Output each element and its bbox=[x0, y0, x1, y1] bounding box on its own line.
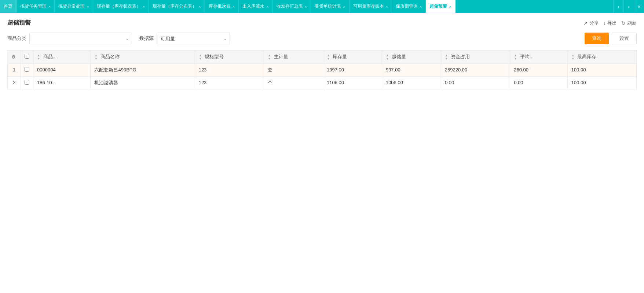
datasource-select-wrapper: 可用量 库存量 ⌄ bbox=[157, 33, 230, 44]
th-capital-label: 资金占用 bbox=[451, 54, 470, 59]
nav-tab-cargo-exception[interactable]: 拣货异常处理 × bbox=[55, 0, 93, 13]
nav-tab-label: 出入库流水 bbox=[242, 3, 264, 10]
nav-tab-inout-flow[interactable]: 出入库流水 × bbox=[239, 0, 272, 13]
td-unit: 个 bbox=[264, 76, 323, 89]
nav-tab-close[interactable]: × bbox=[87, 4, 89, 9]
sort-arrows-icon: ▲▼ bbox=[94, 54, 98, 60]
td-capital: 259220.00 bbox=[441, 63, 510, 76]
nav-tab-label: 超储预警 bbox=[429, 3, 447, 10]
td-unit: 套 bbox=[264, 63, 323, 76]
th-product-code: ▲▼ 商品... bbox=[33, 51, 91, 64]
top-navigation: 首页 拣货任务管理 × 拣货异常处理 × 现存量（库存状况表） × 现存量（库存… bbox=[0, 0, 644, 13]
row-checkbox[interactable] bbox=[25, 80, 29, 85]
sort-arrows-icon: ▲▼ bbox=[386, 54, 389, 60]
nav-tab-close[interactable]: × bbox=[386, 4, 388, 9]
sort-arrows-icon: ▲▼ bbox=[514, 54, 517, 60]
td-avg: 0.00 bbox=[510, 76, 567, 89]
td-spec: 123 bbox=[195, 76, 264, 89]
sort-arrows-icon: ▲▼ bbox=[445, 54, 448, 60]
nav-tab-close[interactable]: × bbox=[143, 4, 145, 9]
nav-tab-quality-check[interactable]: 保质期查询 × bbox=[392, 0, 426, 13]
data-table: ⚙ ▲▼ 商品... ▲▼ 商品名称 ▲▼ 规格型号 ▲▼ bbox=[7, 50, 637, 89]
refresh-action[interactable]: ↻ 刷新 bbox=[621, 20, 637, 26]
nav-tab-label: 现存量（库存分布表） bbox=[153, 3, 197, 10]
th-product-code-label: 商品... bbox=[43, 54, 57, 59]
th-overstock-label: 超储量 bbox=[392, 54, 406, 59]
td-max-inventory: 100.00 bbox=[567, 76, 636, 89]
td-inventory: 1097.00 bbox=[323, 63, 382, 76]
nav-arrows: ‹ › × bbox=[613, 0, 644, 13]
filter-buttons: 查询 设置 bbox=[585, 33, 637, 44]
datasource-filter: 数据源 可用量 库存量 ⌄ bbox=[139, 33, 230, 44]
refresh-label: 刷新 bbox=[627, 20, 637, 26]
nav-tab-close[interactable]: × bbox=[343, 4, 345, 9]
nav-arrow-left[interactable]: ‹ bbox=[613, 0, 623, 13]
th-capital: ▲▼ 资金占用 bbox=[441, 51, 510, 64]
refresh-icon: ↻ bbox=[621, 20, 626, 26]
table-header-row: ⚙ ▲▼ 商品... ▲▼ 商品名称 ▲▼ 规格型号 ▲▼ bbox=[8, 51, 637, 64]
nav-tab-close[interactable]: × bbox=[198, 4, 201, 9]
query-button[interactable]: 查询 bbox=[585, 33, 609, 44]
td-product-name: 机油滤清器 bbox=[91, 76, 195, 89]
nav-tab-close[interactable]: × bbox=[449, 4, 451, 9]
th-max-inventory-label: 最高库存 bbox=[577, 54, 596, 59]
nav-tab-close[interactable]: × bbox=[420, 4, 422, 9]
td-product-name: 六配套新昌490BPG bbox=[91, 63, 195, 76]
th-checkbox bbox=[21, 51, 33, 64]
row-checkbox[interactable] bbox=[25, 67, 29, 72]
nav-tab-label: 拣货异常处理 bbox=[58, 3, 85, 10]
nav-tab-label: 要货单统计表 bbox=[315, 3, 341, 10]
nav-tab-inventory-batch[interactable]: 库存批次账 × bbox=[205, 0, 239, 13]
td-capital: 0.00 bbox=[441, 76, 510, 89]
nav-tab-collect-summary[interactable]: 收发存汇总表 × bbox=[273, 0, 311, 13]
category-label: 商品分类 bbox=[7, 35, 26, 42]
td-max-inventory: 100.00 bbox=[567, 63, 636, 76]
th-max-inventory: ▲▼ 最高库存 bbox=[567, 51, 636, 64]
category-select[interactable] bbox=[29, 33, 132, 44]
nav-tab-close[interactable]: × bbox=[48, 4, 51, 9]
category-select-wrapper: ⌄ bbox=[29, 33, 132, 44]
select-all-checkbox[interactable] bbox=[25, 54, 29, 59]
export-icon: ↓ bbox=[603, 20, 606, 26]
nav-tab-available-account[interactable]: 可用量库存账本 × bbox=[350, 0, 392, 13]
td-inventory: 1106.00 bbox=[323, 76, 382, 89]
share-action[interactable]: ➚ 分享 bbox=[583, 20, 599, 26]
td-row-number: 2 bbox=[8, 76, 21, 89]
td-product-code: 186-10... bbox=[33, 76, 91, 89]
nav-tab-close[interactable]: × bbox=[233, 4, 235, 9]
sort-arrows-icon: ▲▼ bbox=[327, 54, 330, 60]
th-overstock: ▲▼ 超储量 bbox=[382, 51, 441, 64]
td-product-code: 0000004 bbox=[33, 63, 91, 76]
page-container: 超储预警 ➚ 分享 ↓ 导出 ↻ 刷新 商品分类 ⌄ bbox=[0, 13, 644, 293]
category-filter: 商品分类 ⌄ bbox=[7, 33, 132, 44]
nav-arrow-right[interactable]: › bbox=[623, 0, 634, 13]
nav-tab-home[interactable]: 首页 bbox=[0, 0, 17, 13]
td-overstock: 997.00 bbox=[382, 63, 441, 76]
nav-tab-label: 收发存汇总表 bbox=[277, 3, 303, 10]
nav-tab-home-label: 首页 bbox=[4, 3, 12, 10]
datasource-select[interactable]: 可用量 库存量 bbox=[157, 33, 230, 44]
th-spec-label: 规格型号 bbox=[205, 54, 224, 59]
table-row: 1 0000004 六配套新昌490BPG 123 套 1097.00 997.… bbox=[8, 63, 637, 76]
nav-tab-inventory-dist[interactable]: 现存量（库存分布表） × bbox=[149, 0, 205, 13]
nav-arrow-close[interactable]: × bbox=[634, 0, 644, 13]
th-settings: ⚙ bbox=[8, 51, 21, 64]
table-body: 1 0000004 六配套新昌490BPG 123 套 1097.00 997.… bbox=[8, 63, 637, 89]
th-spec: ▲▼ 规格型号 bbox=[195, 51, 264, 64]
th-avg-label: 平均... bbox=[520, 54, 534, 59]
th-product-name: ▲▼ 商品名称 bbox=[91, 51, 195, 64]
nav-tab-close[interactable]: × bbox=[305, 4, 307, 9]
export-action[interactable]: ↓ 导出 bbox=[603, 20, 617, 26]
nav-tab-label: 现存量（库存状况表） bbox=[97, 3, 141, 10]
nav-tab-inventory-status[interactable]: 现存量（库存状况表） × bbox=[93, 0, 149, 13]
nav-tab-cargo-task[interactable]: 拣货任务管理 × bbox=[17, 0, 55, 13]
sort-arrows-icon: ▲▼ bbox=[37, 54, 40, 60]
nav-tab-order-stats[interactable]: 要货单统计表 × bbox=[311, 0, 349, 13]
table-row: 2 186-10... 机油滤清器 123 个 1106.00 1006.00 … bbox=[8, 76, 637, 89]
gear-icon[interactable]: ⚙ bbox=[11, 54, 16, 60]
nav-tab-close[interactable]: × bbox=[266, 4, 268, 9]
nav-tab-overstock-warning[interactable]: 超储预警 × bbox=[426, 0, 455, 13]
settings-button[interactable]: 设置 bbox=[612, 33, 637, 44]
td-spec: 123 bbox=[195, 63, 264, 76]
th-inventory-label: 库存量 bbox=[333, 54, 347, 59]
